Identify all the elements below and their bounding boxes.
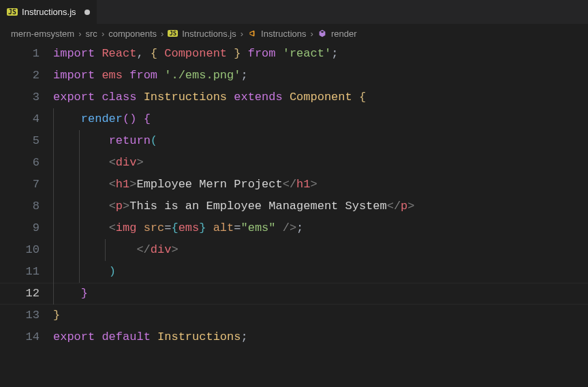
token	[352, 91, 359, 104]
indent-guide	[53, 217, 54, 239]
line-number: 9	[0, 217, 40, 239]
token: >	[123, 200, 129, 213]
indent-guide	[79, 261, 80, 283]
breadcrumb[interactable]: mern-emsystem›src›components›JSInstructi…	[0, 24, 588, 43]
line-content: <img src={ems} alt="ems" />;	[53, 221, 303, 234]
token: export	[53, 91, 102, 104]
breadcrumb-segment[interactable]: render	[331, 29, 357, 39]
line-content: return(	[53, 134, 157, 147]
line-number: 12	[0, 283, 40, 305]
tab-instructions-js[interactable]: JS Instructions.js	[0, 0, 97, 24]
line-number: 10	[0, 239, 40, 261]
token: (	[151, 134, 157, 147]
token: ()	[123, 112, 136, 125]
token: >	[407, 200, 414, 213]
indent-guide	[79, 239, 80, 261]
js-icon: JS	[7, 8, 18, 16]
token: />	[283, 221, 296, 234]
token: ems	[179, 221, 200, 234]
breadcrumb-segment[interactable]: mern-emsystem	[11, 29, 74, 39]
token: Employee Mern Project	[136, 178, 282, 191]
code-line[interactable]: export class Instructions extends Compon…	[53, 87, 588, 108]
method-symbol-icon	[318, 29, 327, 38]
token	[206, 221, 213, 234]
line-content: render() {	[53, 112, 151, 125]
token: {	[151, 47, 164, 60]
indent-guide	[105, 239, 106, 261]
breadcrumb-segment[interactable]: Instructions	[261, 29, 306, 39]
token: src	[144, 221, 165, 234]
token: }	[81, 287, 88, 300]
breadcrumb-segment[interactable]: components	[108, 29, 157, 39]
token: class	[102, 91, 143, 104]
line-content: }	[53, 309, 60, 322]
token: >	[311, 178, 318, 191]
code-line[interactable]: return(	[53, 130, 588, 152]
line-content: <p>This is an Employee Management System…	[53, 200, 415, 213]
token: ;	[241, 330, 247, 343]
line-number: 13	[0, 305, 40, 326]
code-line[interactable]: import React, { Component } from 'react'…	[53, 43, 588, 65]
indent-guide	[53, 174, 54, 196]
code-line[interactable]: <h1>Employee Mern Project</h1>	[53, 174, 588, 196]
indent-guide	[79, 217, 80, 239]
indent-guide	[53, 261, 54, 283]
token: {	[144, 112, 151, 125]
code-line[interactable]: </div>	[53, 239, 588, 261]
indent-guide	[53, 108, 54, 130]
code-line[interactable]: render() {	[53, 108, 588, 130]
code-line[interactable]: <div>	[53, 152, 588, 174]
line-content: import ems from './ems.png';	[53, 69, 248, 82]
token: Component	[164, 47, 227, 60]
indent-guide	[79, 174, 80, 196]
code-line[interactable]: <img src={ems} alt="ems" />;	[53, 217, 588, 239]
line-number: 3	[0, 87, 40, 108]
chevron-right-icon: ›	[102, 29, 104, 39]
code-line[interactable]: <p>This is an Employee Management System…	[53, 196, 588, 217]
line-number: 11	[0, 261, 40, 283]
token: </	[136, 243, 150, 256]
token: <	[109, 156, 116, 169]
indent-guide	[53, 239, 54, 261]
token: "ems"	[241, 221, 275, 234]
token: <	[109, 221, 116, 234]
token: )	[109, 265, 116, 278]
line-number: 4	[0, 108, 40, 130]
line-number: 7	[0, 174, 40, 196]
token: <	[109, 200, 116, 213]
breadcrumb-segment[interactable]: Instructions.js	[182, 29, 236, 39]
chevron-right-icon: ›	[311, 29, 313, 39]
breadcrumb-segment[interactable]: src	[86, 29, 97, 39]
token: </	[387, 200, 401, 213]
code-line[interactable]: )	[53, 261, 588, 283]
code-line[interactable]: export default Instructions;	[53, 326, 588, 348]
token: }	[53, 309, 60, 322]
chevron-right-icon: ›	[241, 29, 243, 39]
code-editor[interactable]: 1234567891011121314 import React, { Comp…	[0, 43, 588, 348]
token: ems	[102, 69, 123, 82]
code-line[interactable]: }	[53, 283, 588, 305]
code-line[interactable]: }	[53, 305, 588, 326]
line-content: <h1>Employee Mern Project</h1>	[53, 178, 318, 191]
token: ,	[136, 47, 150, 60]
token: Instructions	[144, 91, 227, 104]
token: div	[151, 243, 172, 256]
token: from	[241, 47, 282, 60]
line-number: 5	[0, 130, 40, 152]
indent-guide	[79, 152, 80, 174]
code-area[interactable]: import React, { Component } from 'react'…	[53, 43, 588, 348]
token: <	[109, 178, 116, 191]
token: >	[129, 178, 136, 191]
line-content: }	[53, 287, 88, 300]
token	[136, 112, 143, 125]
token: alt	[213, 221, 234, 234]
line-content: )	[53, 265, 116, 278]
indent-guide	[53, 196, 54, 217]
code-line[interactable]: import ems from './ems.png';	[53, 65, 588, 87]
token: >	[171, 243, 178, 256]
line-content: export class Instructions extends Compon…	[53, 91, 366, 104]
line-number: 1	[0, 43, 40, 65]
token: >	[136, 156, 143, 169]
tab-title: Instructions.js	[22, 7, 76, 17]
line-number: 2	[0, 65, 40, 87]
